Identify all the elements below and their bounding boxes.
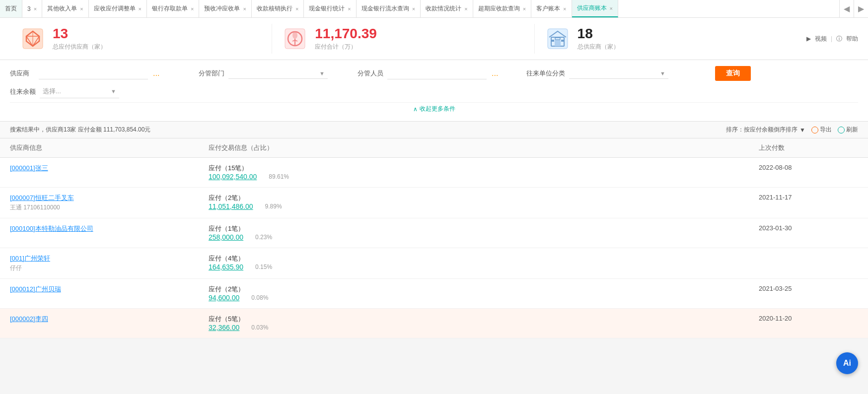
video-link[interactable]: 视频 bbox=[815, 35, 827, 43]
nav-tab-ar-ap-adjust[interactable]: 应收应付调整单× bbox=[89, 0, 147, 17]
supplier-info-cell: [000012]广州贝瑞 bbox=[10, 285, 209, 294]
transaction-amount[interactable]: 32,366.00 bbox=[209, 324, 239, 331]
nav-tab-bank-deposit[interactable]: 银行存取款单× bbox=[147, 0, 199, 17]
transaction-percent: 0.08% bbox=[251, 294, 268, 301]
table-row: [001]广州荣轩仔仔 应付（4笔）164,635.900.15% bbox=[0, 248, 868, 279]
nav-tab-collection-stat[interactable]: 收款情况统计× bbox=[421, 0, 473, 17]
close-tab-bank-deposit[interactable]: × bbox=[191, 6, 194, 12]
svg-rect-16 bbox=[555, 40, 561, 46]
dept-select[interactable]: ▼ bbox=[228, 68, 328, 79]
table-body: [000001]张三应付（15笔）100,092,540.0089.61%202… bbox=[0, 158, 868, 338]
svg-rect-18 bbox=[552, 40, 554, 42]
balance-dropdown-icon: ▼ bbox=[111, 88, 116, 94]
person-input[interactable] bbox=[387, 67, 487, 79]
transaction-amount[interactable]: 164,635.90 bbox=[209, 263, 243, 271]
filter-category: 往来单位分类 ▼ bbox=[526, 68, 715, 79]
refresh-button[interactable]: 刷新 bbox=[838, 126, 858, 134]
collapse-button[interactable]: ∧ 收起更多条件 bbox=[413, 105, 455, 113]
supplier-link[interactable]: [000002]李四 bbox=[10, 315, 209, 324]
card-total-payable-info: 11,170.39 应付合计（万） bbox=[315, 26, 377, 51]
close-tab-cash-bank-stat[interactable]: × bbox=[348, 6, 351, 12]
filter-row-1: 供应商 ... 分管部门 ▼ 分管人员 ... 往来单位分类 ▼ 查询 bbox=[10, 66, 858, 81]
last-payment-cell: 2022-08-08 bbox=[759, 164, 858, 171]
last-payment-cell: 2021-11-17 bbox=[759, 194, 858, 201]
supplier-table: 供应商信息 应付交易信息（占比） 上次付数 [000001]张三应付（15笔）1… bbox=[0, 138, 868, 338]
supplier-info-cell: [000002]李四 bbox=[10, 315, 209, 324]
nav-prev-arrow[interactable]: ◀ bbox=[839, 0, 854, 17]
transaction-label: 应付（2笔） bbox=[209, 285, 759, 294]
supplier-link[interactable]: [000007]恒旺二手叉车 bbox=[10, 194, 209, 202]
category-dropdown-icon: ▼ bbox=[660, 70, 665, 76]
transaction-percent: 89.61% bbox=[269, 173, 289, 180]
transaction-info-cell: 应付（2笔）94,600.000.08% bbox=[209, 285, 759, 302]
total-suppliers-label: 总供应商（家） bbox=[578, 43, 619, 51]
close-tab-collection-stat[interactable]: × bbox=[464, 6, 467, 12]
nav-tab-cash-bank-flow[interactable]: 现金银行流水查询× bbox=[357, 0, 421, 17]
close-tab-collection-exec[interactable]: × bbox=[295, 6, 298, 12]
export-button[interactable]: 导出 bbox=[811, 126, 832, 134]
total-suppliers-count: 18 bbox=[578, 26, 619, 42]
nav-tab-supplier-ledger[interactable]: 供应商账本× bbox=[572, 0, 618, 17]
col-header-last-payment: 上次付数 bbox=[759, 143, 858, 152]
nav-tab-other-income[interactable]: 其他收入单× bbox=[42, 0, 88, 17]
filter-balance: 往来余额 选择... ▼ bbox=[10, 85, 199, 98]
supplier-info-cell: [001]广州荣轩仔仔 bbox=[10, 254, 209, 272]
supplier-link[interactable]: [000001]张三 bbox=[10, 164, 209, 173]
nav-tab-customer-ledger[interactable]: 客户账本× bbox=[531, 0, 572, 17]
table-header: 供应商信息 应付交易信息（占比） 上次付数 bbox=[0, 138, 868, 158]
transaction-info-cell: 应付（5笔）32,366.000.03% bbox=[209, 315, 759, 331]
result-actions: 排序：按应付余额倒序排序 ▼ 导出 刷新 bbox=[726, 126, 858, 134]
col-header-transaction: 应付交易信息（占比） bbox=[209, 143, 759, 152]
transaction-amount[interactable]: 11,051,486.00 bbox=[209, 202, 253, 210]
transaction-info-cell: 应付（1笔）258,000.000.23% bbox=[209, 224, 759, 241]
balance-filter-label: 往来余额 bbox=[10, 87, 36, 96]
supplier-link[interactable]: [001]广州荣轩 bbox=[10, 254, 209, 263]
supplier-link[interactable]: [000100]本特勒油品有限公司 bbox=[10, 224, 209, 233]
person-dots-icon[interactable]: ... bbox=[492, 69, 498, 78]
total-payable-label: 应付合计（万） bbox=[315, 43, 377, 51]
nav-tab-overdue-ar[interactable]: 超期应收款查询× bbox=[473, 0, 531, 17]
last-payment-date: 2021-03-25 bbox=[759, 285, 858, 292]
transaction-label: 应付（1笔） bbox=[209, 224, 759, 233]
nav-tab-home[interactable]: 首页 bbox=[0, 0, 22, 17]
balance-select[interactable]: 选择... ▼ bbox=[40, 85, 119, 98]
supplier-link[interactable]: [000012]广州贝瑞 bbox=[10, 285, 209, 294]
query-button[interactable]: 查询 bbox=[715, 66, 751, 81]
help-icon: ⓘ bbox=[836, 35, 842, 43]
supplier-dots-icon[interactable]: ... bbox=[153, 69, 159, 78]
nav-tab-cash-bank-stat[interactable]: 现金银行统计× bbox=[304, 0, 356, 17]
card-total-suppliers-info: 18 总供应商（家） bbox=[578, 26, 619, 51]
nav-tab-prepay-ar[interactable]: 预收冲应收单× bbox=[199, 0, 251, 17]
close-tab-prepay-ar[interactable]: × bbox=[243, 6, 246, 12]
video-icon: ▶ bbox=[806, 35, 811, 42]
transaction-amount[interactable]: 258,000.00 bbox=[209, 233, 243, 241]
transaction-info-cell: 应付（15笔）100,092,540.0089.61% bbox=[209, 164, 759, 181]
dept-dropdown-icon: ▼ bbox=[319, 70, 325, 76]
close-tab-customer-ledger[interactable]: × bbox=[563, 6, 566, 12]
collapse-btn-area: ∧ 收起更多条件 bbox=[10, 102, 858, 115]
close-tab-ar-ap-adjust[interactable]: × bbox=[139, 6, 142, 12]
summary-bar: 13 总应付供应商（家） 11,170.39 应付合计（万） bbox=[0, 18, 868, 60]
table-row: [000012]广州贝瑞应付（2笔）94,600.000.08%2021-03-… bbox=[0, 279, 868, 309]
top-navigation: 首页3×其他收入单×应收应付调整单×银行存取款单×预收冲应收单×收款核销执行×现… bbox=[0, 0, 868, 18]
close-tab-overdue-ar[interactable]: × bbox=[523, 6, 526, 12]
transaction-label: 应付（2笔） bbox=[209, 194, 759, 202]
sort-label: 排序：按应付余额倒序排序 bbox=[726, 126, 797, 134]
close-tab-cash-bank-flow[interactable]: × bbox=[412, 6, 415, 12]
nav-tab-collection-exec[interactable]: 收款核销执行× bbox=[252, 0, 304, 17]
transaction-amount[interactable]: 94,600.00 bbox=[209, 294, 239, 302]
category-select[interactable]: ▼ bbox=[569, 68, 668, 79]
last-payment-cell: 2023-01-30 bbox=[759, 224, 858, 232]
sort-dropdown[interactable]: 排序：按应付余额倒序排序 ▼ bbox=[726, 126, 805, 134]
close-tab-tab3[interactable]: × bbox=[34, 6, 37, 12]
help-link[interactable]: 帮助 bbox=[846, 35, 858, 43]
category-filter-label: 往来单位分类 bbox=[526, 69, 565, 78]
supplier-contact: 王通 17106110000 bbox=[10, 203, 209, 212]
transaction-amount[interactable]: 100,092,540.00 bbox=[209, 173, 257, 181]
close-tab-supplier-ledger[interactable]: × bbox=[610, 5, 613, 11]
nav-tab-tab3[interactable]: 3× bbox=[22, 0, 42, 17]
dept-filter-label: 分管部门 bbox=[199, 69, 224, 78]
nav-next-arrow[interactable]: ▶ bbox=[854, 0, 868, 17]
supplier-input[interactable] bbox=[39, 67, 148, 79]
close-tab-other-income[interactable]: × bbox=[80, 6, 83, 12]
